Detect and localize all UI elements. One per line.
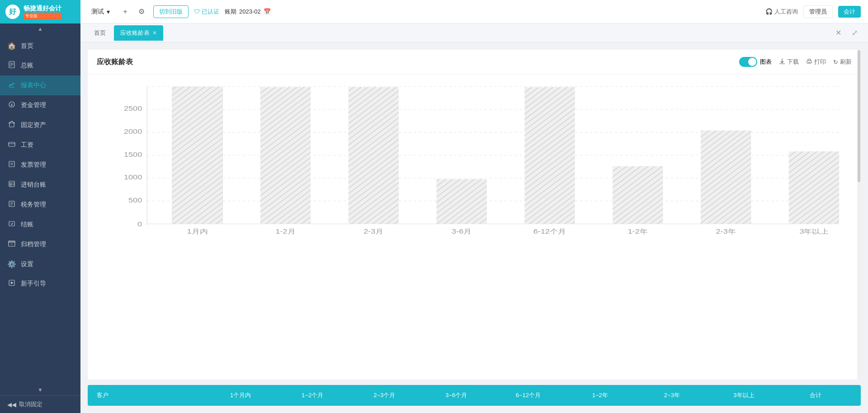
svg-text:2-3月: 2-3月: [363, 228, 383, 235]
user-btn[interactable]: 管理员: [803, 5, 833, 18]
sidebar-item-ledger[interactable]: 总账: [0, 56, 80, 75]
svg-text:¥: ¥: [10, 103, 13, 107]
chart-toggle[interactable]: [739, 57, 757, 67]
sidebar-item-label: 首页: [21, 42, 33, 50]
col-2-3year: 2~3年: [636, 391, 708, 399]
report-title: 应收账龄表: [97, 57, 133, 67]
workspace-selector[interactable]: 测试 ▾: [88, 6, 113, 18]
sidebar-item-reports[interactable]: 报表中心: [0, 75, 80, 95]
switch-version-btn[interactable]: 切到旧版: [153, 5, 189, 18]
sidebar-item-finance[interactable]: ¥ 资金管理: [0, 95, 80, 115]
tab-right-actions: ✕ ⤢: [832, 27, 861, 39]
archive-icon: [7, 240, 16, 249]
svg-rect-49: [613, 166, 663, 224]
svg-rect-47: [437, 179, 487, 224]
svg-rect-46: [349, 87, 399, 224]
right-scrollbar[interactable]: [857, 50, 861, 380]
guide-icon: [7, 279, 16, 288]
sidebar-item-assets[interactable]: 固定资产: [0, 115, 80, 135]
period-info: 账期 2023-02 📅: [225, 8, 271, 16]
svg-text:1-2年: 1-2年: [628, 228, 648, 235]
add-btn[interactable]: +: [119, 5, 132, 18]
sidebar-pin-btn[interactable]: ◀◀ 取消固定: [0, 395, 80, 413]
sidebar-item-tax[interactable]: 税务管理: [0, 195, 80, 215]
tab-home-label: 首页: [94, 29, 106, 37]
svg-text:0: 0: [137, 221, 142, 227]
svg-text:500: 500: [128, 197, 142, 203]
sidebar-scroll-up[interactable]: ▲: [0, 23, 80, 34]
sidebar: 好 畅捷通好会计 专业版 ▲ 🏠 首页 总账: [0, 0, 80, 413]
top-bar-right: 🎧 人工咨询 管理员 会计: [765, 5, 861, 18]
sidebar-nav: 🏠 首页 总账 报表中心: [0, 34, 80, 385]
tab-aging-label: 应收账龄表: [120, 29, 150, 37]
col-customer: 客户: [97, 391, 205, 399]
svg-rect-8: [9, 142, 15, 146]
sidebar-item-label: 新手引导: [21, 280, 46, 288]
sidebar-item-guide[interactable]: 新手引导: [0, 274, 80, 294]
col-1-2month: 1~2个月: [277, 391, 349, 399]
toggle-knob: [748, 58, 756, 66]
settings-btn[interactable]: ⚙: [135, 5, 148, 18]
tab-close-icon[interactable]: ✕: [152, 30, 157, 36]
pin-icon: ◀◀: [7, 401, 16, 408]
sidebar-logo: 好 畅捷通好会计 专业版: [0, 0, 80, 23]
role-btn[interactable]: 会计: [838, 6, 861, 18]
svg-rect-44: [172, 87, 222, 224]
expand-panel-btn[interactable]: ⤢: [848, 27, 861, 39]
print-btn[interactable]: 打印: [806, 58, 826, 66]
sidebar-scroll-down[interactable]: ▼: [0, 385, 80, 395]
download-btn[interactable]: 下载: [779, 58, 799, 66]
svg-text:6-12个月: 6-12个月: [533, 228, 566, 235]
calendar-icon[interactable]: 📅: [264, 8, 271, 15]
tab-home[interactable]: 首页: [88, 25, 112, 41]
sidebar-item-label: 发票管理: [21, 161, 46, 169]
sidebar-item-label: 归档管理: [21, 240, 46, 249]
cert-badge: 🛡 已认证: [194, 8, 219, 16]
sidebar-item-label: 进销台账: [21, 181, 46, 189]
shield-icon: 🛡: [194, 8, 200, 15]
svg-rect-48: [524, 87, 575, 224]
sidebar-item-close[interactable]: 结账: [0, 215, 80, 235]
payroll-icon: [7, 141, 16, 150]
sidebar-item-inventory[interactable]: 进销台账: [0, 175, 80, 195]
workspace-name: 测试: [91, 8, 104, 16]
content-area: 应收账龄表 图表: [80, 42, 868, 413]
sidebar-item-invoice[interactable]: 发票管理: [0, 155, 80, 175]
chevron-down-icon: ▾: [107, 8, 110, 15]
app-logo-text: 畅捷通好会计 专业版: [24, 5, 61, 19]
svg-text:1-2月: 1-2月: [275, 228, 295, 235]
refresh-btn[interactable]: ↻ 刷新: [833, 58, 852, 66]
sidebar-item-settings[interactable]: ⚙️ 设置: [0, 254, 80, 274]
sidebar-item-payroll[interactable]: 工资: [0, 135, 80, 155]
tab-bar: 首页 应收账龄表 ✕ ✕ ⤢: [80, 23, 868, 42]
settings-icon: ⚙️: [7, 260, 16, 268]
col-1month: 1个月内: [205, 391, 277, 399]
sidebar-item-label: 总账: [21, 61, 33, 70]
close-books-icon: [7, 220, 16, 229]
svg-rect-45: [260, 87, 311, 224]
ledger-icon: [7, 61, 16, 70]
svg-marker-26: [11, 282, 14, 284]
sidebar-item-label: 结账: [21, 221, 33, 229]
svg-text:3-6月: 3-6月: [452, 228, 472, 235]
col-2-3month: 2~3个月: [349, 391, 420, 399]
sidebar-item-home[interactable]: 🏠 首页: [0, 36, 80, 56]
top-bar: 测试 ▾ + ⚙ 切到旧版 🛡 已认证 账期 2023-02 📅 🎧 人工咨询: [80, 0, 868, 23]
headset-icon: 🎧: [765, 8, 773, 15]
inventory-icon: [7, 180, 16, 189]
svg-rect-50: [701, 131, 751, 224]
scrollbar-thumb: [858, 50, 860, 182]
svg-text:1500: 1500: [124, 151, 142, 158]
sidebar-item-archive[interactable]: 归档管理: [0, 235, 80, 254]
col-3-6month: 3~6个月: [420, 391, 492, 399]
reports-icon: [7, 81, 16, 90]
close-panel-btn[interactable]: ✕: [832, 27, 844, 39]
bar-chart: 0 500 1000 1500 2000 2500: [97, 82, 852, 253]
report-container: 应收账龄表 图表: [88, 50, 861, 380]
svg-text:2500: 2500: [124, 105, 142, 112]
tab-aging[interactable]: 应收账龄表 ✕: [114, 25, 163, 41]
svg-rect-13: [9, 181, 14, 187]
consult-btn[interactable]: 🎧 人工咨询: [765, 8, 798, 16]
svg-rect-28: [808, 62, 811, 63]
finance-icon: ¥: [7, 101, 16, 110]
